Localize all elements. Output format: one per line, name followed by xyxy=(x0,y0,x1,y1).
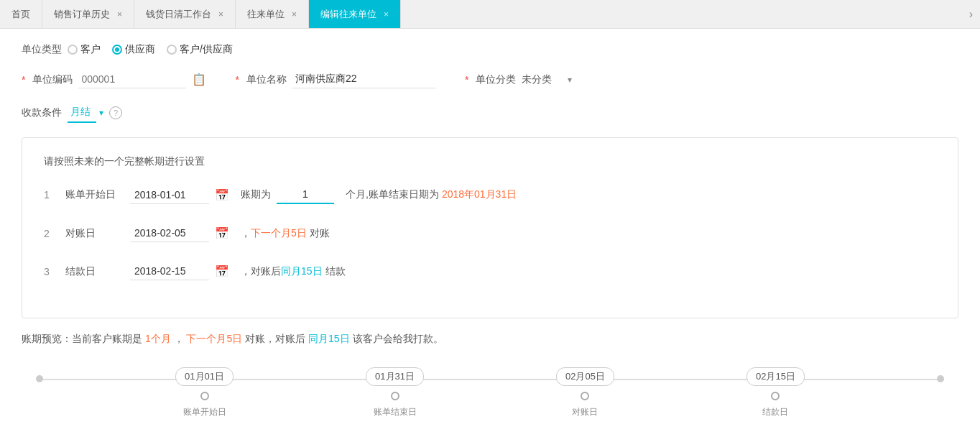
code-label: 单位编码 xyxy=(32,73,73,86)
timeline-left-end xyxy=(36,375,43,382)
radio-customer-label: 客户 xyxy=(80,43,101,56)
period-text-after: 个月,账单结束日期为 xyxy=(346,188,439,201)
category-dropdown-arrow: ▾ xyxy=(568,75,572,85)
timeline-dot-4 xyxy=(771,392,780,400)
tab-partner-unit-close[interactable]: × xyxy=(292,9,297,19)
setting-hint: 请按照未来的一个完整帐期进行设置 xyxy=(44,155,936,168)
timeline-right-end xyxy=(937,375,944,382)
tab-sales-history-label: 销售订单历史 xyxy=(54,8,110,21)
radio-supplier[interactable]: 供应商 xyxy=(112,43,155,56)
radio-customer-supplier[interactable]: 客户/供应商 xyxy=(167,43,233,56)
radio-customer-supplier-circle xyxy=(167,45,177,55)
preview-middle2: 对账，对账后 xyxy=(245,333,305,344)
code-input[interactable] xyxy=(78,70,186,88)
start-date-input[interactable] xyxy=(130,186,209,204)
category-dropdown[interactable]: 未分类 ▾ xyxy=(522,73,572,86)
timeline-caption-4: 结款日 xyxy=(762,406,788,418)
timeline-point-2: 01月31日 账单结束日 xyxy=(366,367,424,418)
main-content: 单位类型 客户 供应商 客户/供应商 * 单位编码 xyxy=(0,29,980,437)
payment-date-calendar-icon[interactable]: 📅 xyxy=(215,264,229,278)
timeline-date-2: 01月31日 xyxy=(366,367,424,386)
setting-row-1: 1 账单开始日 📅 账期为 个月,账单结束日期为 2018年01月31日 xyxy=(44,185,936,204)
reconcile-date-input[interactable] xyxy=(130,224,209,242)
timeline-caption-1: 账单开始日 xyxy=(183,406,226,418)
setting-num-3: 3 xyxy=(44,266,65,277)
tab-cash-work-close[interactable]: × xyxy=(218,9,223,19)
timeline-point-1: 01月01日 账单开始日 xyxy=(175,367,234,418)
setting-row-3: 3 结款日 📅 ，对账后 同月15日 结款 xyxy=(44,262,936,280)
reconcile-date-calendar-icon[interactable]: 📅 xyxy=(215,226,229,240)
tab-home-label: 首页 xyxy=(11,8,30,21)
setting-row-2: 2 对账日 📅 ， 下一个月5日 对账 xyxy=(44,224,936,242)
preview-teal1: 同月15日 xyxy=(308,333,350,344)
payment-select[interactable]: 月结 ▾ xyxy=(68,103,103,123)
timeline-wrapper: 01月01日 账单开始日 01月31日 账单结束日 02月05日 对账日 02月… xyxy=(22,367,958,418)
timeline-date-4: 02月15日 xyxy=(746,367,805,386)
timeline-dot-3 xyxy=(581,392,589,400)
timeline-points: 01月01日 账单开始日 01月31日 账单结束日 02月05日 对账日 02月… xyxy=(36,367,944,418)
tab-home[interactable]: 首页 xyxy=(0,0,42,28)
payment-date-input[interactable] xyxy=(130,262,209,280)
setting-num-2: 2 xyxy=(44,228,65,239)
tab-cash-work-label: 钱货日清工作台 xyxy=(146,8,211,21)
radio-supplier-label: 供应商 xyxy=(125,43,155,56)
timeline-caption-3: 对账日 xyxy=(572,406,598,418)
name-group: * 单位名称 xyxy=(235,70,435,88)
name-required-star: * xyxy=(235,74,239,86)
radio-customer-supplier-label: 客户/供应商 xyxy=(180,43,233,56)
category-label: 单位分类 xyxy=(476,73,516,86)
timeline-caption-2: 账单结束日 xyxy=(374,406,417,418)
tab-edit-partner[interactable]: 编辑往来单位 × xyxy=(309,0,401,28)
tab-edit-partner-label: 编辑往来单位 xyxy=(320,8,376,21)
tab-edit-partner-close[interactable]: × xyxy=(384,9,389,19)
code-calendar-icon[interactable]: 📋 xyxy=(192,73,206,86)
tab-partner-unit[interactable]: 往来单位 × xyxy=(236,0,309,28)
radio-customer[interactable]: 客户 xyxy=(68,43,101,56)
timeline-date-1: 01月01日 xyxy=(175,367,234,386)
period-input[interactable] xyxy=(277,185,334,204)
unit-type-label: 单位类型 xyxy=(22,43,62,56)
preview-text: 账期预览：当前客户账期是 1个月 ， 下一个月5日 对账，对账后 同月15日 该… xyxy=(22,333,958,346)
timeline-dot-1 xyxy=(200,392,209,400)
reconcile-text-after: 对账 xyxy=(310,227,330,240)
reconcile-next-highlight: 下一个月5日 xyxy=(251,227,307,240)
radio-supplier-circle xyxy=(112,45,122,55)
payment-same-month-highlight: 同月15日 xyxy=(281,265,323,278)
setting-label-2: 对账日 xyxy=(65,227,130,240)
timeline-date-3: 02月05日 xyxy=(556,367,614,386)
setting-label-1: 账单开始日 xyxy=(65,188,130,201)
category-required-star: * xyxy=(465,74,468,86)
preview-prefix: 账期预览：当前客户账期是 xyxy=(22,333,142,344)
setting-box: 请按照未来的一个完整帐期进行设置 1 账单开始日 📅 账期为 个月,账单结束日期… xyxy=(22,137,958,318)
category-value: 未分类 xyxy=(522,73,565,86)
tab-sales-history-close[interactable]: × xyxy=(117,9,122,19)
name-input[interactable] xyxy=(292,70,436,88)
tab-arrow[interactable]: › xyxy=(962,0,980,28)
payment-help-icon[interactable]: ? xyxy=(109,106,122,119)
radio-group: 客户 供应商 客户/供应商 xyxy=(68,43,233,56)
tab-partner-unit-label: 往来单位 xyxy=(247,8,285,21)
preview-orange1: 1个月 xyxy=(145,333,171,344)
payment-value: 月结 xyxy=(68,103,96,123)
tab-sales-history[interactable]: 销售订单历史 × xyxy=(42,0,134,28)
preview-middle1: ， xyxy=(174,333,184,344)
tab-bar: 首页 销售订单历史 × 钱货日清工作台 × 往来单位 × 编辑往来单位 × › xyxy=(0,0,980,29)
preview-suffix: 该客户会给我打款。 xyxy=(353,333,443,344)
timeline-dot-2 xyxy=(391,392,399,400)
payment-row: 收款条件 月结 ▾ ? xyxy=(22,103,958,123)
payment-label: 收款条件 xyxy=(22,106,62,119)
preview-orange2: 下一个月5日 xyxy=(186,333,242,344)
code-name-category-row: * 单位编码 📋 * 单位名称 * 单位分类 未分类 ▾ xyxy=(22,70,958,88)
reconcile-comma: ， xyxy=(241,227,251,240)
unit-type-row: 单位类型 客户 供应商 客户/供应商 xyxy=(22,43,958,56)
start-date-calendar-icon[interactable]: 📅 xyxy=(215,188,229,202)
tab-cash-work[interactable]: 钱货日清工作台 × xyxy=(134,0,236,28)
period-text-before: 账期为 xyxy=(241,188,271,201)
radio-customer-circle xyxy=(68,45,78,55)
timeline-point-3: 02月05日 对账日 xyxy=(556,367,614,418)
payment-comma: ，对账后 xyxy=(241,265,281,278)
payment-group: 收款条件 月结 ▾ ? xyxy=(22,103,122,123)
bill-end-date-highlight: 2018年01月31日 xyxy=(442,188,517,201)
payment-select-arrow: ▾ xyxy=(99,108,103,118)
code-required-star: * xyxy=(22,74,25,86)
